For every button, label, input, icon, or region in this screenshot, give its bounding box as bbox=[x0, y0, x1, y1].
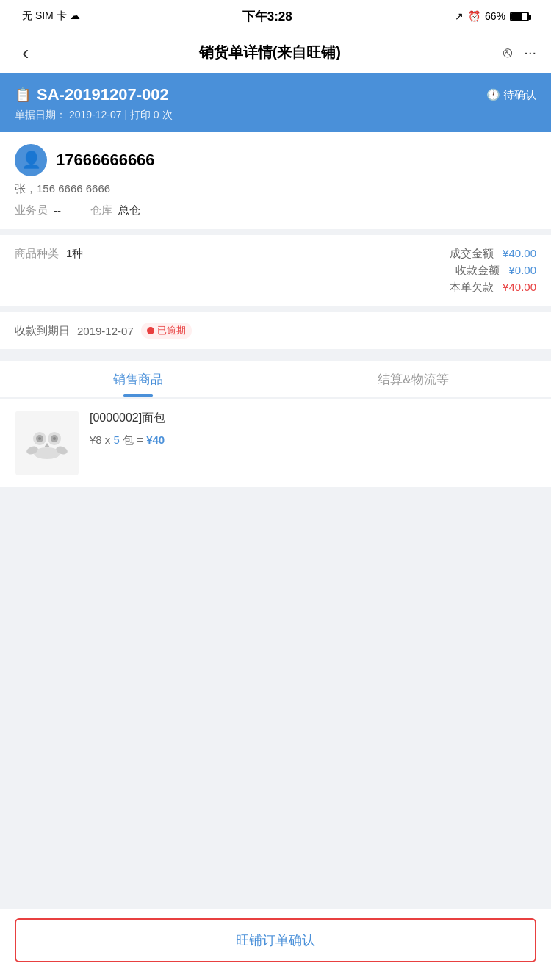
overdue-text: 已逾期 bbox=[157, 324, 186, 337]
payment-value: ¥0.00 bbox=[508, 264, 536, 278]
status-right: ↗ ⏰ 66% bbox=[455, 10, 529, 22]
back-button[interactable]: ‹ bbox=[15, 34, 36, 72]
status-left: 无 SIM 卡 ☁ bbox=[22, 10, 80, 23]
order-icon: 📋 bbox=[15, 87, 31, 103]
sim-status: 无 SIM 卡 ☁ bbox=[22, 10, 80, 21]
nav-right-actions: ⎋ ··· bbox=[503, 44, 536, 61]
tabs-section: 销售商品 结算&物流等 bbox=[0, 361, 551, 397]
tabs-row: 销售商品 结算&物流等 bbox=[0, 361, 551, 397]
salesperson-value: -- bbox=[54, 204, 61, 217]
customer-avatar: 👤 bbox=[15, 144, 47, 176]
bottom-bar: 旺铺订单确认 bbox=[0, 909, 551, 980]
deal-amount-value: ¥40.00 bbox=[503, 247, 536, 261]
nav-bar: ‹ 销货单详情(来自旺铺) ⎋ ··· bbox=[0, 32, 551, 73]
status-bar: 无 SIM 卡 ☁ 下午3:28 ↗ ⏰ 66% bbox=[0, 0, 551, 32]
unit-label: 包 bbox=[123, 433, 134, 446]
empty-space bbox=[0, 493, 551, 640]
product-name: [0000002]面包 bbox=[90, 411, 536, 426]
warehouse-value: 总仓 bbox=[118, 203, 140, 217]
tab-products[interactable]: 销售商品 bbox=[0, 361, 276, 397]
salesperson-label: 业务员 bbox=[15, 203, 48, 217]
owed-label: 本单欠款 bbox=[450, 281, 494, 295]
overdue-dot-icon bbox=[147, 327, 154, 334]
customer-section: 👤 17666666666 张，156 6666 6666 业务员 -- 仓库 … bbox=[0, 132, 551, 229]
product-thumb-logo bbox=[25, 422, 69, 464]
payment-row: 收款金额 ¥0.00 bbox=[455, 264, 536, 278]
owed-row: 本单欠款 ¥40.00 bbox=[450, 281, 536, 295]
warehouse-label: 仓库 bbox=[90, 203, 112, 217]
more-button[interactable]: ··· bbox=[524, 44, 536, 61]
page-title: 销货单详情(来自旺铺) bbox=[36, 43, 503, 62]
payment-due-section: 收款到期日 2019-12-07 已逾期 bbox=[0, 312, 551, 349]
order-status: 🕐 待确认 bbox=[486, 88, 536, 102]
clock-icon: 🕐 bbox=[486, 88, 500, 101]
qty-value: 5 bbox=[114, 433, 120, 446]
customer-name: 张，156 6666 6666 bbox=[15, 182, 536, 196]
order-header: 📋 SA-20191207-002 🕐 待确认 单据日期： 2019-12-07… bbox=[0, 73, 551, 132]
amount-info: 成交金额 ¥40.00 收款金额 ¥0.00 本单欠款 ¥40.00 bbox=[450, 247, 536, 295]
product-type-info: 商品种类 1种 bbox=[15, 247, 83, 261]
payment-due-label: 收款到期日 bbox=[15, 324, 70, 338]
overdue-badge: 已逾期 bbox=[141, 323, 192, 339]
product-thumbnail bbox=[15, 411, 79, 475]
equals-sign: = bbox=[137, 433, 146, 446]
confirm-order-button[interactable]: 旺铺订单确认 bbox=[15, 918, 536, 962]
svg-marker-6 bbox=[44, 443, 50, 447]
tab-settlement[interactable]: 结算&物流等 bbox=[276, 361, 551, 397]
product-item: [0000002]面包 ¥8 x 5 包 = ¥40 bbox=[0, 399, 551, 487]
person-icon: 👤 bbox=[21, 151, 41, 170]
deal-amount-row: 成交金额 ¥40.00 bbox=[450, 247, 536, 261]
status-time: 下午3:28 bbox=[242, 8, 292, 25]
share-button[interactable]: ⎋ bbox=[503, 44, 512, 61]
alarm-icon: ⏰ bbox=[468, 10, 480, 22]
customer-phone: 17666666666 bbox=[56, 151, 155, 170]
payment-label: 收款金额 bbox=[455, 264, 500, 278]
battery-text: 66% bbox=[485, 10, 505, 22]
products-section: [0000002]面包 ¥8 x 5 包 = ¥40 bbox=[0, 399, 551, 487]
product-info: [0000002]面包 ¥8 x 5 包 = ¥40 bbox=[90, 411, 536, 447]
svg-point-5 bbox=[53, 437, 56, 440]
customer-details: 业务员 -- 仓库 总仓 bbox=[15, 203, 536, 217]
product-type-count: 1种 bbox=[66, 247, 83, 261]
product-type-label: 商品种类 bbox=[15, 247, 59, 261]
payment-due-date: 2019-12-07 bbox=[77, 325, 134, 337]
summary-section: 商品种类 1种 成交金额 ¥40.00 收款金额 ¥0.00 本单欠款 ¥40.… bbox=[0, 235, 551, 306]
unit-price: ¥8 bbox=[90, 433, 102, 446]
total-price: ¥40 bbox=[146, 433, 165, 446]
owed-value: ¥40.00 bbox=[503, 281, 536, 295]
product-price: ¥8 x 5 包 = ¥40 bbox=[90, 433, 536, 447]
divider bbox=[0, 355, 551, 361]
location-icon: ↗ bbox=[455, 10, 464, 22]
battery-icon bbox=[510, 12, 529, 21]
deal-amount-label: 成交金额 bbox=[450, 247, 494, 261]
multiply-sign: x bbox=[105, 433, 114, 446]
svg-point-4 bbox=[38, 437, 41, 440]
order-meta: 单据日期： 2019-12-07 | 打印 0 次 bbox=[15, 109, 536, 122]
order-id: 📋 SA-20191207-002 bbox=[15, 85, 169, 104]
